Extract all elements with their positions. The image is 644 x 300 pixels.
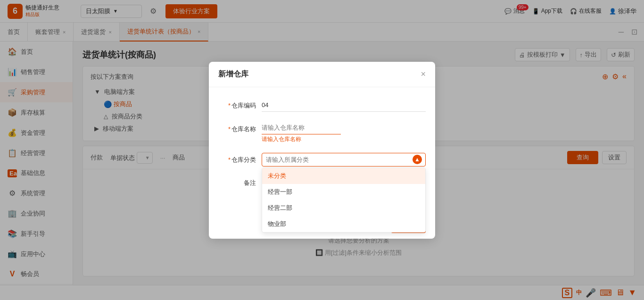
add-warehouse-modal: 新增仓库 × 仓库编码 仓库名称 请输入仓库名称 <box>209 62 435 239</box>
category-field-row: 仓库分类 ▲ 未分类 经营一部 经营二部 物业部 <box>218 153 426 167</box>
name-field-row: 仓库名称 请输入仓库名称 <box>218 121 426 143</box>
name-input-wrap <box>262 121 426 134</box>
modal-body: 仓库编码 仓库名称 请输入仓库名称 仓库分类 <box>209 87 435 213</box>
category-up-icon[interactable]: ▲ <box>413 155 422 164</box>
code-input[interactable] <box>262 99 426 112</box>
option-dept1[interactable]: 经营一部 <box>262 184 425 200</box>
code-field-row: 仓库编码 <box>218 99 426 112</box>
modal-close-button[interactable]: × <box>421 69 426 79</box>
category-select-wrap: ▲ 未分类 经营一部 经营二部 物业部 <box>262 153 426 167</box>
modal-header: 新增仓库 × <box>209 62 435 87</box>
name-input[interactable] <box>262 121 341 134</box>
modal-overlay: 新增仓库 × 仓库编码 仓库名称 请输入仓库名称 <box>0 0 644 300</box>
category-label: 仓库分类 <box>218 153 256 164</box>
code-label: 仓库编码 <box>218 99 256 110</box>
name-error-tip: 请输入仓库名称 <box>262 135 426 143</box>
category-input[interactable] <box>262 153 426 167</box>
option-dept2[interactable]: 经营二部 <box>262 200 425 216</box>
option-uncategorized[interactable]: 未分类 <box>262 168 425 184</box>
category-dropdown: 未分类 经营一部 经营二部 物业部 <box>262 167 426 233</box>
name-label: 仓库名称 <box>218 122 256 133</box>
notes-label: 备注 <box>218 176 256 187</box>
option-property[interactable]: 物业部 <box>262 216 425 232</box>
modal-title: 新增仓库 <box>218 69 248 79</box>
